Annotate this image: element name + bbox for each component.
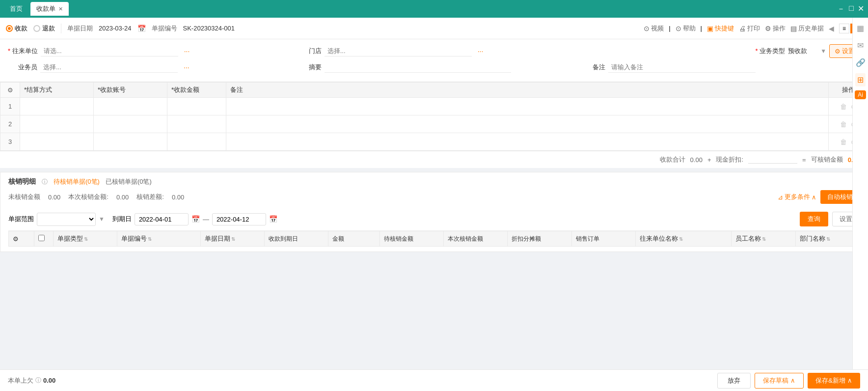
row-amount-3[interactable] xyxy=(167,133,226,151)
staff-more-btn[interactable]: ··· xyxy=(181,63,192,71)
print-icon: 🖨 xyxy=(739,25,746,32)
shortcut-icon: ▣ xyxy=(707,25,713,32)
maximize-btn[interactable]: □ xyxy=(849,4,854,14)
abandon-btn[interactable]: 放弃 xyxy=(717,373,751,389)
print-btn[interactable]: 🖨 打印 xyxy=(739,24,760,33)
row-account-2[interactable] xyxy=(94,115,167,133)
th-settle: *结算方式 xyxy=(20,83,94,98)
th-gear[interactable]: ⚙ xyxy=(0,83,20,98)
minimize-btn[interactable]: － xyxy=(837,4,845,14)
partner-input[interactable] xyxy=(41,46,178,56)
query-btn[interactable]: 查询 xyxy=(800,212,828,226)
link-sidebar-icon[interactable]: 🔗 xyxy=(854,56,868,69)
row-settle-2[interactable] xyxy=(20,115,94,133)
pending-tab[interactable]: 待核销单据(0笔) xyxy=(54,177,100,186)
prev-icon[interactable]: ◀ xyxy=(829,25,834,32)
date-to-input[interactable] xyxy=(212,213,266,225)
date-from-input[interactable] xyxy=(135,213,189,225)
save-chevron: ∧ xyxy=(847,377,852,384)
shortcut-btn[interactable]: ▣ 快捷键 xyxy=(707,24,734,33)
verify-info-icon[interactable]: ⓘ xyxy=(42,178,48,186)
sort-doc-no[interactable]: ⇅ xyxy=(148,236,152,242)
range-chevron[interactable]: ▼ xyxy=(99,216,105,223)
sort-partner[interactable]: ⇅ xyxy=(679,236,683,242)
camera-sidebar-icon[interactable]: ⊞ xyxy=(855,73,866,86)
range-select[interactable] xyxy=(37,213,96,226)
video-icon: ⊙ xyxy=(644,25,650,32)
delete-icon-1[interactable]: 🗑 xyxy=(840,103,847,111)
table-gear-icon[interactable]: ⚙ xyxy=(7,86,13,94)
row-amount-2[interactable] xyxy=(167,115,226,133)
table-row: 3 🗑 ⊕ xyxy=(0,133,868,151)
save-new-btn[interactable]: 保存&新增 ∧ xyxy=(808,373,860,389)
store-more-btn[interactable]: ··· xyxy=(475,47,487,55)
row-note-3[interactable] xyxy=(226,133,829,151)
calendar-icon[interactable]: 📅 xyxy=(137,25,146,32)
draft-chevron: ∧ xyxy=(790,377,795,384)
sort-staff[interactable]: ⇅ xyxy=(762,236,766,242)
row-settle-1[interactable] xyxy=(20,98,94,115)
equals-sign: = xyxy=(802,156,806,164)
verify-stats: 未核销金额 0.00 本次核销金额: 0.00 核销差额: 0.00 xyxy=(8,193,184,201)
save-label: 保存&新增 xyxy=(815,376,845,385)
sort-doc-date[interactable]: ⇅ xyxy=(231,236,235,242)
th-doc-date: 单据日期⇅ xyxy=(200,231,264,247)
th-discount: 折扣分摊额 xyxy=(508,231,571,247)
row-num-2: 2 xyxy=(0,115,20,133)
balance-info-icon[interactable]: ⓘ xyxy=(35,376,41,385)
receipt-radio[interactable]: 收款 xyxy=(6,24,27,33)
calendar-from-icon[interactable]: 📅 xyxy=(191,215,200,223)
select-all-checkbox[interactable] xyxy=(38,235,45,241)
tab-close-icon[interactable]: ✕ xyxy=(58,6,63,12)
calendar-to-icon[interactable]: 📅 xyxy=(269,215,277,223)
ai-badge[interactable]: Ai xyxy=(855,90,866,99)
th-checkbox: ⚙ xyxy=(9,231,34,247)
date-value[interactable]: 2023-03-24 xyxy=(99,25,132,32)
row-amount-1[interactable] xyxy=(167,98,226,115)
summary-input[interactable] xyxy=(325,62,511,73)
receipt-radio-label: 收款 xyxy=(15,24,27,33)
verify-header: 核销明细 ⓘ 待核销单据(0笔) 已核销单据(0笔) xyxy=(8,177,860,186)
note-input[interactable] xyxy=(608,62,756,73)
staff-input[interactable] xyxy=(40,62,178,73)
table-sidebar-icon[interactable]: ▦ xyxy=(855,22,866,35)
refund-radio[interactable]: 退款 xyxy=(33,24,55,33)
row-note-1[interactable] xyxy=(226,98,829,115)
table-row: 1 🗑 ⊕ xyxy=(0,98,868,115)
video-btn[interactable]: ⊙ 视频 xyxy=(644,24,664,33)
footer-info: 本单上欠 ⓘ 0.00 xyxy=(8,376,55,385)
th-sales-order: 销售订单 xyxy=(571,231,635,247)
th-dept-name: 部门名称⇅ xyxy=(795,231,859,247)
help-btn[interactable]: ⊙ 帮助 xyxy=(676,24,696,33)
th-gear-bottom[interactable]: ⚙ xyxy=(13,235,19,243)
delete-icon-2[interactable]: 🗑 xyxy=(840,120,847,128)
chevron-up-icon: ∧ xyxy=(812,194,816,201)
row-note-2[interactable] xyxy=(226,115,829,133)
discount-input[interactable] xyxy=(748,156,797,164)
tab-receipt-label: 收款单 xyxy=(36,4,55,13)
number-value[interactable]: SK-20230324-001 xyxy=(183,25,235,32)
sort-dept[interactable]: ⇅ xyxy=(826,236,830,242)
row-account-3[interactable] xyxy=(94,133,167,151)
note-field: 备注 xyxy=(576,62,860,73)
done-tab[interactable]: 已核销单据(0笔) xyxy=(106,177,152,186)
window-close-btn[interactable]: ✕ xyxy=(858,4,864,14)
summary-label: 摘要 xyxy=(292,63,322,72)
draft-label: 保存草稿 xyxy=(763,376,788,385)
store-input[interactable] xyxy=(325,46,472,56)
draft-btn[interactable]: 保存草稿 ∧ xyxy=(755,373,804,389)
date-label: 单据日期 xyxy=(67,24,93,33)
more-filter-btn[interactable]: ⊿ 更多条件 ∧ xyxy=(778,193,816,201)
biz-type-chevron[interactable]: ▼ xyxy=(820,48,826,55)
row-settle-3[interactable] xyxy=(20,133,94,151)
row-account-1[interactable] xyxy=(94,98,167,115)
delete-icon-3[interactable]: 🗑 xyxy=(840,138,847,146)
partner-more-btn[interactable]: ··· xyxy=(181,47,193,55)
history-btn[interactable]: ▤ 历史单据 xyxy=(790,24,824,33)
sort-doc-type[interactable]: ⇅ xyxy=(84,236,88,242)
list-view-btn[interactable]: ≡ xyxy=(839,24,849,33)
tab-receipt[interactable]: 收款单 ✕ xyxy=(30,2,69,16)
action-btn[interactable]: ⚙ 操作 xyxy=(765,24,786,33)
tab-home[interactable]: 首页 xyxy=(4,2,28,16)
mail-sidebar-icon[interactable]: ✉ xyxy=(855,39,866,52)
